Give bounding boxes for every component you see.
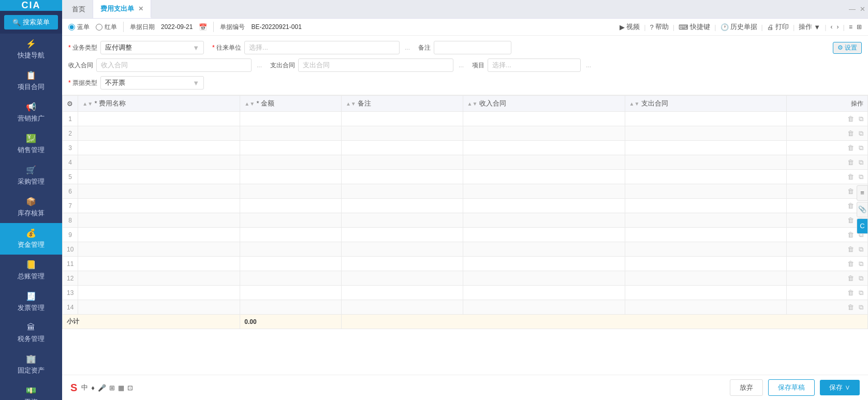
nav-prev-btn[interactable]: ‹ — [831, 23, 833, 31]
copy-row-icon[interactable]: ⧉ — [859, 173, 863, 181]
expense-name-cell[interactable] — [78, 199, 240, 213]
sidebar-item-sales[interactable]: 💹 销售管理 — [0, 128, 62, 160]
income-contract-cell[interactable] — [463, 199, 625, 213]
amount-cell[interactable] — [240, 155, 342, 170]
delete-row-icon[interactable]: 🗑 — [847, 289, 854, 297]
tab-home[interactable]: 首页 — [65, 0, 93, 18]
note-cell[interactable] — [341, 286, 463, 300]
note-cell[interactable] — [341, 170, 463, 184]
note-cell[interactable] — [341, 213, 463, 228]
save-button[interactable]: 保存 ∨ — [820, 380, 860, 395]
delete-row-icon[interactable]: 🗑 — [847, 129, 854, 137]
income-contract-cell[interactable] — [463, 112, 625, 126]
copy-row-icon[interactable]: ⧉ — [859, 158, 863, 166]
note-cell[interactable] — [341, 300, 463, 315]
th-income-contract[interactable]: ▲▼ 收入合同 — [463, 96, 625, 112]
income-contract-cell[interactable] — [463, 155, 625, 170]
expense-name-cell[interactable] — [78, 257, 240, 271]
income-contract-input[interactable]: 收入合同 — [96, 58, 252, 72]
amount-cell[interactable] — [240, 242, 342, 257]
sidebar-item-purchase[interactable]: 🛒 采购管理 — [0, 160, 62, 191]
expense-contract-dots[interactable]: ... — [459, 62, 464, 69]
setting-button[interactable]: ⚙ 设置 — [833, 42, 862, 54]
income-contract-cell[interactable] — [463, 213, 625, 228]
video-btn[interactable]: ▶ 视频 — [620, 22, 640, 32]
expense-contract-cell[interactable] — [625, 286, 787, 300]
th-amount[interactable]: ▲▼ * 金额 — [240, 96, 342, 112]
expense-contract-cell[interactable] — [625, 199, 787, 213]
note-cell[interactable] — [341, 112, 463, 126]
amount-cell[interactable] — [240, 300, 342, 315]
side-float-attachment-btn[interactable]: 📎 — [857, 202, 868, 217]
delete-row-icon[interactable]: 🗑 — [847, 274, 854, 282]
delete-row-icon[interactable]: 🗑 — [847, 173, 854, 181]
date-value[interactable]: 2022-09-21 — [161, 23, 193, 31]
amount-cell[interactable] — [240, 126, 342, 141]
delete-row-icon[interactable]: 🗑 — [847, 202, 854, 210]
copy-row-icon[interactable]: ⧉ — [859, 144, 863, 152]
amount-cell[interactable] — [240, 228, 342, 242]
expense-contract-cell[interactable] — [625, 300, 787, 315]
amount-cell[interactable] — [240, 112, 342, 126]
print-btn[interactable]: 🖨 打印 — [767, 22, 789, 32]
expense-contract-cell[interactable] — [625, 141, 787, 155]
save-draft-button[interactable]: 保存草稿 — [768, 379, 815, 396]
shortcut-btn[interactable]: ⌨ 快捷键 — [679, 22, 710, 32]
side-float-list-btn[interactable]: ≡ — [857, 185, 868, 201]
th-config[interactable]: ⚙ — [63, 96, 78, 112]
delete-row-icon[interactable]: 🗑 — [847, 303, 854, 311]
red-radio-input[interactable] — [96, 24, 102, 31]
note-cell[interactable] — [341, 228, 463, 242]
tab-expense-bill[interactable]: 费用支出单 ✕ — [93, 0, 151, 18]
delete-row-icon[interactable]: 🗑 — [847, 260, 854, 268]
sidebar-item-inventory[interactable]: 📦 库存核算 — [0, 191, 62, 223]
note-cell[interactable] — [341, 184, 463, 199]
expense-name-cell[interactable] — [78, 286, 240, 300]
delete-row-icon[interactable]: 🗑 — [847, 144, 854, 152]
search-menu-button[interactable]: 🔍 搜索菜单 — [4, 15, 58, 29]
project-input[interactable]: 选择... — [488, 58, 581, 72]
note-cell[interactable] — [341, 257, 463, 271]
expense-contract-cell[interactable] — [625, 271, 787, 286]
expense-contract-cell[interactable] — [625, 257, 787, 271]
income-contract-cell[interactable] — [463, 257, 625, 271]
amount-cell[interactable] — [240, 184, 342, 199]
income-contract-cell[interactable] — [463, 242, 625, 257]
delete-row-icon[interactable]: 🗑 — [847, 245, 854, 253]
sidebar-item-payroll[interactable]: 💵 工资 — [0, 380, 62, 400]
expense-name-cell[interactable] — [78, 170, 240, 184]
sidebar-item-fixed-assets[interactable]: 🏢 固定资产 — [0, 349, 62, 380]
th-expense-contract[interactable]: ▲▼ 支出合同 — [625, 96, 787, 112]
close-tab-icon[interactable]: ✕ — [138, 5, 143, 12]
copy-row-icon[interactable]: ⧉ — [859, 245, 863, 253]
amount-cell[interactable] — [240, 213, 342, 228]
amount-cell[interactable] — [240, 199, 342, 213]
expense-name-cell[interactable] — [78, 112, 240, 126]
amount-cell[interactable] — [240, 286, 342, 300]
copy-row-icon[interactable]: ⧉ — [859, 303, 863, 311]
delete-row-icon[interactable]: 🗑 — [847, 187, 854, 195]
sidebar-item-invoice[interactable]: 🧾 发票管理 — [0, 286, 62, 318]
nav-next-btn[interactable]: › — [837, 23, 839, 31]
discard-button[interactable]: 放弃 — [730, 379, 763, 396]
view-grid-btn[interactable]: ⊞ — [857, 23, 862, 31]
expense-contract-cell[interactable] — [625, 170, 787, 184]
income-contract-cell[interactable] — [463, 228, 625, 242]
sidebar-item-capital[interactable]: 💰 资金管理 — [0, 223, 62, 255]
expense-name-cell[interactable] — [78, 141, 240, 155]
note-cell[interactable] — [341, 126, 463, 141]
income-contract-cell[interactable] — [463, 300, 625, 315]
note-input[interactable] — [434, 41, 511, 54]
expense-contract-cell[interactable] — [625, 213, 787, 228]
minimize-icon[interactable]: — — [849, 5, 856, 13]
biz-type-select[interactable]: 应付调整 ▼ — [100, 41, 204, 54]
expense-contract-cell[interactable] — [625, 184, 787, 199]
copy-row-icon[interactable]: ⧉ — [859, 274, 863, 282]
expense-contract-cell[interactable] — [625, 112, 787, 126]
note-cell[interactable] — [341, 141, 463, 155]
expense-name-cell[interactable] — [78, 213, 240, 228]
note-cell[interactable] — [341, 242, 463, 257]
sidebar-item-accounting[interactable]: 📒 总账管理 — [0, 255, 62, 286]
partner-dots[interactable]: ... — [405, 44, 410, 51]
amount-cell[interactable] — [240, 271, 342, 286]
